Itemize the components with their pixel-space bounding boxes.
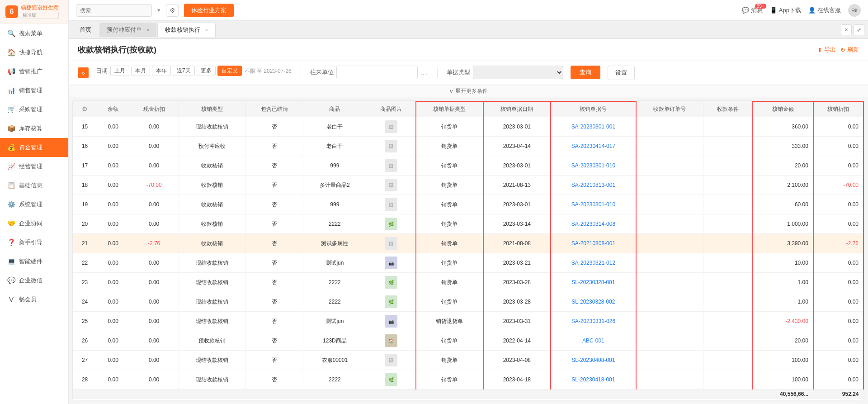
date-more[interactable]: 更多 <box>197 66 216 76</box>
tab-close-btn[interactable]: × <box>841 24 852 35</box>
date-this-month[interactable]: 本月 <box>131 66 150 76</box>
sidebar-item-member[interactable]: V 畅会员 <box>0 290 68 309</box>
gear-button[interactable]: ⚙ <box>166 4 179 17</box>
doc-no-link[interactable]: SA-20230301-010 <box>571 162 615 169</box>
sidebar-item-label: 智能硬件 <box>19 257 42 266</box>
tab-home[interactable]: 首页 <box>72 23 99 37</box>
message-badge[interactable]: 💬 消息 99+ <box>742 6 763 14</box>
sidebar-item-quicknav[interactable]: 🏠 快捷导航 <box>0 43 68 62</box>
sidebar-item-system[interactable]: ⚙️ 系统管理 <box>0 195 68 214</box>
row-product-img: 🌿 <box>366 370 416 390</box>
row-write-off-amount: -2,430.00 <box>753 312 813 331</box>
row-doc-no[interactable]: SL-20230418-001 <box>551 370 636 390</box>
date-this-year[interactable]: 本年 <box>152 66 171 76</box>
row-doc-no[interactable]: ABC-001 <box>551 331 636 351</box>
row-doc-no[interactable]: SA-20230331-026 <box>551 312 636 331</box>
row-doc-no[interactable]: SL-20230328-002 <box>551 292 636 312</box>
date-last-month[interactable]: 上月 <box>110 66 129 76</box>
sidebar-item-basic[interactable]: 📋 基础信息 <box>0 176 68 195</box>
sidebar-item-hardware[interactable]: 💻 智能硬件 <box>0 252 68 271</box>
dropdown-icon[interactable]: ▾ <box>157 7 160 14</box>
row-write-off-amount: 1.00 <box>753 273 813 292</box>
app-download[interactable]: 📱 App下载 <box>770 6 801 14</box>
filter-expand-button[interactable]: » <box>78 67 89 78</box>
row-doc-no[interactable]: SA-20210808-001 <box>551 234 636 253</box>
column-settings-icon[interactable]: ⚙ <box>82 105 88 113</box>
doc-no-link[interactable]: SA-20210813-001 <box>571 182 615 188</box>
from-unit-label: 往来单位 <box>310 68 334 76</box>
sidebar-item-finance[interactable]: 💰 资金管理 <box>0 138 68 157</box>
avatar[interactable]: Rit <box>848 4 861 17</box>
tab-receipt[interactable]: 收款核销执行 × <box>157 23 215 37</box>
collab-icon: 🤝 <box>7 219 15 228</box>
doc-no-link[interactable]: SA-20230414-017 <box>571 143 615 149</box>
row-write-off-amount: 2,100.00 <box>753 176 813 195</box>
row-doc-no[interactable]: SA-20210813-001 <box>551 176 636 195</box>
sidebar-item-collab[interactable]: 🤝 企业协同 <box>0 214 68 233</box>
export-button[interactable]: ⬆ 导出 <box>817 46 836 54</box>
row-write-off-type: 现结收款核销 <box>179 312 245 331</box>
expand-more-row[interactable]: ∨ 展开更多条件 <box>69 85 868 97</box>
settings-button[interactable]: 设置 <box>608 66 635 80</box>
row-receipt-order <box>636 156 703 176</box>
online-service[interactable]: 👤 在线客服 <box>808 6 841 14</box>
sidebar-item-marketing[interactable]: 📢 营销推广 <box>0 62 68 81</box>
tab-prepay-close[interactable]: × <box>146 27 149 33</box>
doc-no-link[interactable]: SL-20230408-001 <box>571 357 615 363</box>
row-write-off-amount: 3,390.00 <box>753 234 813 253</box>
row-doc-no[interactable]: SA-20230301-010 <box>551 195 636 214</box>
doc-no-link[interactable]: ABC-001 <box>582 337 604 344</box>
date-options: 上月 本月 本年 近7天 更多 自定义 <box>110 66 242 76</box>
table-row: 20 0.00 0.00 收款核销 否 2222 🌿 销货单 2023-03-1… <box>73 214 863 234</box>
sidebar-item-purchase[interactable]: 🛒 采购管理 <box>0 100 68 119</box>
row-product: 多计量商品2 <box>303 176 366 195</box>
refresh-button[interactable]: ↻ 刷新 <box>840 46 859 54</box>
row-product: 2222 <box>303 273 366 292</box>
doc-no-link[interactable]: SA-20230301-010 <box>571 201 615 208</box>
sidebar-item-guide[interactable]: ❓ 新手引导 <box>0 233 68 252</box>
from-unit-input[interactable] <box>336 66 418 79</box>
sidebar-item-wechat[interactable]: 💬 企业微信 <box>0 271 68 290</box>
row-balance: 0.00 <box>97 214 129 234</box>
doc-no-link[interactable]: SL-20230328-002 <box>571 299 615 305</box>
doc-no-link[interactable]: SA-20230301-001 <box>571 124 615 130</box>
row-doc-no[interactable]: SL-20230408-001 <box>551 351 636 370</box>
doc-no-link[interactable]: SL-20230418-001 <box>571 376 615 383</box>
doc-no-link[interactable]: SA-20230331-026 <box>571 318 615 324</box>
row-doc-type: 销货单 <box>416 273 483 292</box>
row-doc-type: 销货单 <box>416 253 483 273</box>
product-image: 🖼 <box>385 237 397 250</box>
sidebar-item-search[interactable]: 🔍 搜索菜单 <box>0 24 68 43</box>
row-included: 否 <box>245 214 303 234</box>
doc-no-link[interactable]: SA-20230321-012 <box>571 260 615 266</box>
tab-restore-btn[interactable]: ⤢ <box>854 24 864 35</box>
sidebar-item-sales[interactable]: 📊 销售管理 <box>0 81 68 100</box>
sidebar-item-inventory[interactable]: 📦 库存核算 <box>0 119 68 138</box>
search-input[interactable] <box>76 4 152 17</box>
row-write-off-discount: 0.00 <box>813 331 863 351</box>
th-settings[interactable]: ⚙ <box>73 101 97 117</box>
row-doc-no[interactable]: SA-20230414-017 <box>551 137 636 156</box>
doc-no-link[interactable]: SL-20230328-001 <box>571 279 615 285</box>
row-doc-no[interactable]: SA-20230321-012 <box>551 253 636 273</box>
row-balance: 0.00 <box>97 312 129 331</box>
doc-type-select[interactable] <box>473 66 563 79</box>
tab-prepay[interactable]: 预付冲应付单 × <box>99 23 156 37</box>
row-product-img: 📷 <box>366 312 416 331</box>
solution-button[interactable]: 休验行业方案 <box>184 4 234 17</box>
doc-no-link[interactable]: SA-20230314-008 <box>571 221 615 227</box>
sidebar-item-business[interactable]: 📈 经营管理 <box>0 157 68 176</box>
row-payment-condition <box>703 214 753 234</box>
row-doc-date: 2023-04-18 <box>483 370 551 390</box>
table-row: 24 0.00 0.00 现结收款核销 否 2222 🌿 销货单 2023-03… <box>73 292 863 312</box>
row-doc-no[interactable]: SL-20230328-001 <box>551 273 636 292</box>
date-custom[interactable]: 自定义 <box>217 66 242 76</box>
doc-no-link[interactable]: SA-20210808-001 <box>571 240 615 247</box>
row-doc-no[interactable]: SA-20230314-008 <box>551 214 636 234</box>
tab-receipt-close[interactable]: × <box>205 27 208 33</box>
row-doc-no[interactable]: SA-20230301-001 <box>551 117 636 137</box>
date-7days[interactable]: 近7天 <box>173 66 195 76</box>
query-button[interactable]: 查询 <box>571 66 600 79</box>
row-doc-date: 2023-03-21 <box>483 253 551 273</box>
row-doc-no[interactable]: SA-20230301-010 <box>551 156 636 176</box>
